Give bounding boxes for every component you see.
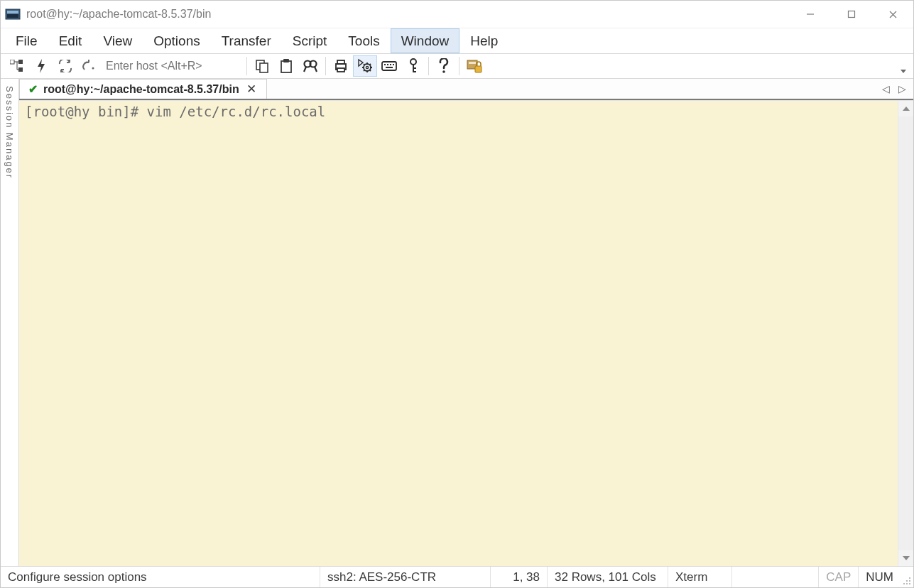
svg-rect-13: [281, 61, 291, 72]
vertical-scrollbar[interactable]: [898, 101, 913, 566]
app-icon: [5, 7, 21, 21]
close-tab-icon[interactable]: ✕: [245, 82, 258, 97]
print-icon[interactable]: [329, 55, 353, 77]
toolbar: [1, 53, 913, 79]
status-capslock: CAP: [819, 567, 859, 587]
scroll-up-icon[interactable]: [898, 101, 913, 116]
connected-check-icon: ✔: [28, 82, 38, 96]
svg-rect-8: [18, 60, 23, 64]
quick-connect-icon[interactable]: [29, 55, 53, 77]
menu-script[interactable]: Script: [282, 28, 338, 53]
workspace: Session Manager ✔ root@hy:~/apache-tomca…: [1, 79, 913, 566]
menu-options[interactable]: Options: [143, 28, 210, 53]
status-hint: Configure session options: [1, 567, 320, 587]
svg-line-17: [304, 67, 306, 72]
svg-rect-51: [909, 583, 910, 584]
toolbar-separator: [428, 57, 429, 75]
svg-point-42: [442, 70, 445, 73]
paste-icon[interactable]: [274, 55, 298, 77]
menu-edit[interactable]: Edit: [48, 28, 93, 53]
svg-rect-32: [382, 62, 396, 70]
svg-rect-49: [903, 583, 905, 584]
menu-help[interactable]: Help: [459, 28, 508, 53]
key-icon[interactable]: [401, 55, 425, 77]
menu-window[interactable]: Window: [391, 28, 460, 53]
app-window: root@hy:~/apache-tomcat-8.5.37/bin File …: [0, 0, 914, 588]
find-icon[interactable]: [298, 55, 322, 77]
tab-nav: ◁ ▷: [879, 79, 913, 99]
scroll-track[interactable]: [898, 116, 913, 550]
svg-rect-34: [387, 64, 388, 65]
terminal-command: vim /etc/rc.d/rc.local: [147, 104, 326, 119]
svg-point-10: [92, 67, 94, 70]
scroll-down-icon[interactable]: [898, 550, 913, 566]
help-icon[interactable]: [432, 55, 456, 77]
session-manager-panel-tab[interactable]: Session Manager: [1, 79, 19, 566]
maximize-button[interactable]: [831, 1, 872, 28]
menu-tools[interactable]: Tools: [337, 28, 390, 53]
svg-rect-50: [906, 583, 908, 584]
tab-prev-icon[interactable]: ◁: [879, 83, 893, 94]
window-title: root@hy:~/apache-tomcat-8.5.37/bin: [26, 8, 790, 21]
menu-view[interactable]: View: [92, 28, 143, 53]
host-input[interactable]: [102, 57, 244, 75]
toolbar-overflow[interactable]: [898, 55, 909, 77]
svg-line-18: [315, 67, 317, 72]
terminal-prompt: [root@hy bin]#: [25, 104, 147, 119]
status-protocol: ssh2: AES-256-CTR: [320, 567, 491, 587]
menu-transfer[interactable]: Transfer: [211, 28, 282, 53]
session-tab[interactable]: ✔ root@hy:~/apache-tomcat-8.5.37/bin ✕: [19, 79, 267, 99]
titlebar: root@hy:~/apache-tomcat-8.5.37/bin: [1, 1, 913, 28]
svg-line-29: [370, 70, 371, 71]
close-button[interactable]: [872, 1, 913, 28]
svg-rect-37: [386, 67, 393, 68]
copy-icon[interactable]: [250, 55, 274, 77]
svg-rect-12: [260, 63, 268, 72]
svg-rect-35: [390, 64, 391, 65]
session-manager-label: Session Manager: [4, 86, 15, 179]
menu-file[interactable]: File: [5, 28, 48, 53]
terminal[interactable]: [root@hy bin]# vim /etc/rc.d/rc.local: [19, 101, 898, 566]
svg-point-22: [364, 64, 371, 71]
status-numlock: NUM: [859, 567, 901, 587]
status-cursor: 1, 38: [491, 567, 548, 587]
svg-line-30: [370, 64, 371, 65]
tabstrip: ✔ root@hy:~/apache-tomcat-8.5.37/bin ✕ ◁…: [19, 79, 913, 100]
svg-rect-2: [7, 14, 18, 18]
session-tab-label: root@hy:~/apache-tomcat-8.5.37/bin: [43, 83, 239, 96]
svg-rect-4: [849, 11, 855, 18]
svg-rect-20: [337, 60, 344, 64]
status-dimensions: 32 Rows, 101 Cols: [548, 567, 668, 587]
keyboard-icon[interactable]: [377, 55, 401, 77]
svg-rect-9: [18, 67, 23, 72]
svg-rect-7: [10, 60, 14, 64]
svg-rect-14: [283, 59, 289, 62]
svg-point-38: [410, 59, 416, 65]
session-tree-icon[interactable]: [5, 55, 29, 77]
session-options-icon[interactable]: [353, 55, 377, 77]
svg-rect-45: [475, 66, 482, 72]
secure-session-icon[interactable]: [462, 55, 486, 77]
toolbar-separator: [246, 57, 247, 75]
status-emulation: Xterm: [668, 567, 732, 587]
session-area: ✔ root@hy:~/apache-tomcat-8.5.37/bin ✕ ◁…: [19, 79, 913, 566]
svg-rect-44: [469, 62, 476, 64]
disconnect-icon[interactable]: [77, 55, 102, 77]
status-spacer: [732, 567, 819, 587]
svg-line-31: [364, 70, 364, 71]
tab-next-icon[interactable]: ▷: [896, 83, 909, 94]
menubar: File Edit View Options Transfer Script T…: [1, 28, 913, 53]
toolbar-separator: [325, 57, 326, 75]
svg-line-28: [364, 64, 364, 65]
resize-grip-icon[interactable]: [901, 567, 913, 587]
svg-rect-46: [909, 577, 910, 579]
svg-rect-36: [393, 64, 394, 65]
minimize-button[interactable]: [790, 1, 831, 28]
svg-point-23: [366, 66, 368, 68]
window-controls: [790, 1, 913, 28]
svg-rect-21: [337, 68, 344, 72]
svg-rect-47: [906, 580, 908, 582]
svg-rect-48: [909, 580, 910, 582]
reconnect-icon[interactable]: [53, 55, 77, 77]
svg-rect-1: [7, 11, 18, 13]
